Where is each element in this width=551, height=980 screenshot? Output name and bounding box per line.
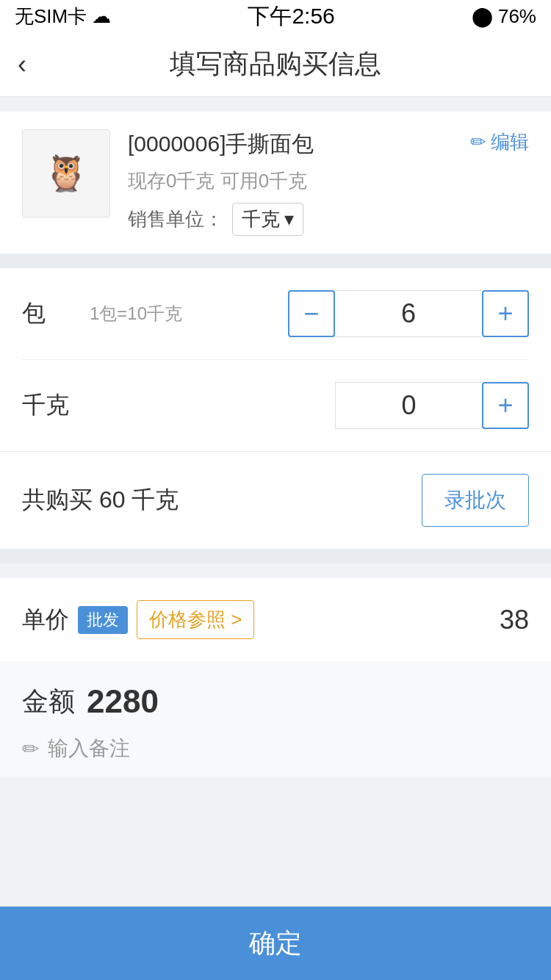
top-divider [0, 97, 551, 112]
form-row-bao: 包 1包=10千克 − + [22, 268, 529, 360]
remark-edit-icon: ✏ [22, 737, 39, 761]
product-card: 🦉 [0000006]手撕面包 现存0千克 可用0千克 销售单位： 千克 ▾ ✏… [0, 112, 551, 253]
product-name: [0000006]手撕面包 [128, 129, 529, 159]
bao-label: 包 [22, 298, 81, 330]
status-bar: 无SIM卡 ☁ 下午2:56 ⬤ 76% [0, 0, 551, 32]
product-image: 🦉 [22, 129, 110, 217]
dropdown-icon: ▾ [284, 208, 294, 231]
price-value: 38 [500, 605, 529, 635]
price-section: 单价 批发 价格参照 > 38 [0, 578, 551, 661]
status-left: 无SIM卡 ☁ [15, 4, 111, 29]
product-unit-row: 销售单位： 千克 ▾ [128, 203, 529, 236]
section-divider-2 [0, 549, 551, 563]
bao-sub-label: 1包=10千克 [90, 302, 182, 325]
purchase-total-label: 共购买 60 千克 [22, 484, 179, 516]
section-divider-1 [0, 253, 551, 268]
kg-plus-button[interactable]: + [482, 382, 529, 429]
kg-label: 千克 [22, 389, 81, 422]
product-stock: 现存0千克 可用0千克 [128, 168, 529, 194]
remark-placeholder: 输入备注 [48, 735, 130, 763]
battery-icon: ⬤ 76% [472, 5, 536, 28]
back-button[interactable]: ‹ [18, 49, 26, 80]
confirm-bar[interactable]: 确定 [0, 907, 551, 980]
form-section: 包 1包=10千克 − + 千克 + [0, 268, 551, 451]
edit-label: 编辑 [491, 129, 529, 155]
bao-plus-button[interactable]: + [482, 290, 529, 337]
price-label: 单价 [22, 604, 69, 636]
price-label-group: 单价 批发 价格参照 > [22, 600, 254, 639]
edit-icon: ✏ [470, 131, 486, 154]
product-icon: 🦉 [44, 153, 88, 194]
edit-button[interactable]: ✏ 编辑 [470, 129, 529, 155]
unit-select[interactable]: 千克 ▾ [232, 203, 303, 236]
purchase-row: 共购买 60 千克 录批次 [0, 451, 551, 549]
form-row-kg: 千克 + [22, 360, 529, 451]
bao-minus-button[interactable]: − [288, 290, 335, 337]
bao-input[interactable] [335, 290, 482, 337]
amount-value: 2280 [87, 683, 159, 720]
batch-tag: 批发 [78, 606, 128, 634]
kg-input[interactable] [335, 382, 482, 429]
unit-label: 销售单位： [128, 206, 223, 232]
amount-label: 金额 [22, 684, 75, 720]
status-right: ⬤ 76% [472, 5, 536, 28]
batch-button[interactable]: 录批次 [422, 474, 529, 527]
price-ref-button[interactable]: 价格参照 > [137, 600, 254, 639]
amount-row: 金额 2280 [22, 683, 529, 720]
confirm-button[interactable]: 确定 [249, 926, 302, 962]
page-title: 填写商品购买信息 [170, 46, 381, 82]
kg-stepper: + [335, 382, 529, 429]
bao-stepper: − + [288, 290, 529, 337]
status-time: 下午2:56 [248, 1, 334, 32]
remark-row[interactable]: ✏ 输入备注 [22, 735, 529, 763]
unit-value: 千克 [242, 206, 280, 232]
sim-label: 无SIM卡 ☁ [15, 4, 111, 29]
product-info: [0000006]手撕面包 现存0千克 可用0千克 销售单位： 千克 ▾ [128, 129, 529, 236]
amount-section: 金额 2280 ✏ 输入备注 [0, 661, 551, 777]
nav-bar: ‹ 填写商品购买信息 [0, 32, 551, 97]
